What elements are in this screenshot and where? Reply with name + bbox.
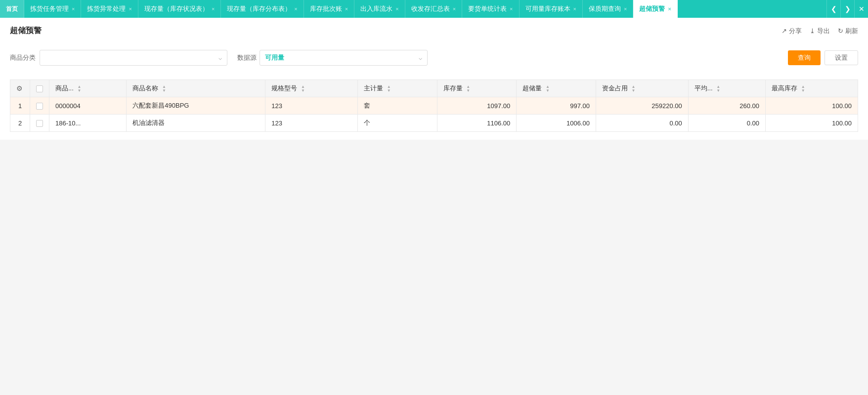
nav-tab-chaochuyujing[interactable]: 超储预警 × (633, 0, 677, 18)
row-number-2: 2 (10, 115, 30, 132)
export-icon: ⤓ (810, 27, 815, 35)
row-1-spec: 123 (265, 97, 358, 115)
close-tab-0[interactable]: × (72, 6, 75, 12)
th-gear: ⚙ (10, 80, 30, 97)
th-product-code[interactable]: 商品... ▲▼ (49, 80, 127, 97)
table-row: 2 186-10... 机油滤清器 123 个 1106.00 1006.00 … (10, 115, 858, 132)
nav-more-button[interactable]: ✕ (854, 0, 868, 18)
row-checkbox-2[interactable] (30, 115, 49, 132)
close-tab-4[interactable]: × (345, 6, 348, 12)
th-checkbox (30, 80, 49, 97)
row-2-overstock: 1006.00 (517, 115, 596, 132)
close-tab-8[interactable]: × (573, 6, 576, 12)
nav-arrows: ❮ ❯ ✕ (826, 0, 868, 18)
row-1-avg: 260.00 (688, 97, 765, 115)
row-2-checkbox[interactable] (36, 120, 43, 127)
nav-tab-jianhuoyichang[interactable]: 拣货异常处理 × (81, 0, 138, 18)
row-2-capital: 0.00 (596, 115, 688, 132)
nav-prev-button[interactable]: ❮ (826, 0, 840, 18)
datasource-select-value: 可用量 (265, 53, 284, 62)
table-header-row: ⚙ 商品... ▲▼ 商品名称 ▲▼ 规格型号 ▲▼ 主计 (10, 80, 858, 97)
th-max-stock[interactable]: 最高库存 ▲▼ (766, 80, 858, 97)
th-spec[interactable]: 规格型号 ▲▼ (265, 80, 358, 97)
category-select[interactable]: ⌵ (40, 50, 227, 66)
close-tab-10[interactable]: × (668, 6, 671, 12)
row-1-checkbox[interactable] (36, 103, 43, 110)
nav-tab-yaohuo[interactable]: 要货单统计表 × (462, 0, 519, 18)
select-all-checkbox[interactable] (36, 85, 43, 92)
sort-icon-overstock: ▲▼ (546, 85, 550, 93)
nav-tab-kucunpici[interactable]: 库存批次账 × (304, 0, 354, 18)
data-table: ⚙ 商品... ▲▼ 商品名称 ▲▼ 规格型号 ▲▼ 主计 (10, 79, 858, 132)
datasource-label: 数据源 (237, 53, 257, 62)
th-capital[interactable]: 资金占用 ▲▼ (596, 80, 688, 97)
close-tab-7[interactable]: × (510, 6, 513, 12)
export-button[interactable]: ⤓ 导出 (810, 27, 830, 36)
th-avg[interactable]: 平均... ▲▼ (688, 80, 765, 97)
row-2-max-stock: 100.00 (766, 115, 858, 132)
th-stock[interactable]: 库存量 ▲▼ (437, 80, 517, 97)
row-1-capital: 259220.00 (596, 97, 688, 115)
header-actions: ↗ 分享 ⤓ 导出 ↻ 刷新 (781, 27, 858, 36)
query-button[interactable]: 查询 (788, 50, 821, 65)
th-product-name[interactable]: 商品名称 ▲▼ (127, 80, 265, 97)
row-2-avg: 0.00 (688, 115, 765, 132)
row-2-unit: 个 (358, 115, 437, 132)
row-2-spec: 123 (265, 115, 358, 132)
close-tab-2[interactable]: × (212, 6, 215, 12)
sort-icon-capital: ▲▼ (632, 85, 636, 93)
row-1-unit: 套 (358, 97, 437, 115)
close-tab-9[interactable]: × (624, 6, 627, 12)
filter-area: 商品分类 ⌵ 数据源 可用量 ⌵ 查询 设置 (10, 44, 858, 72)
refresh-button[interactable]: ↻ 刷新 (838, 27, 858, 36)
table-row: 1 0000004 六配套新昌490BPG 123 套 1097.00 997.… (10, 97, 858, 115)
sort-icon-max-stock: ▲▼ (801, 85, 805, 93)
category-label: 商品分类 (10, 53, 36, 62)
category-filter-group: 商品分类 ⌵ (10, 50, 227, 66)
sort-icon-avg: ▲▼ (716, 85, 720, 93)
nav-tab-keyongliang[interactable]: 可用量库存账本 × (520, 0, 583, 18)
chevron-down-icon-datasource: ⌵ (419, 54, 422, 61)
row-1-overstock: 997.00 (517, 97, 596, 115)
nav-next-button[interactable]: ❯ (840, 0, 854, 18)
nav-tab-baozhi[interactable]: 保质期查询 × (583, 0, 633, 18)
close-tab-1[interactable]: × (129, 6, 131, 12)
row-checkbox-1[interactable] (30, 97, 49, 115)
close-tab-5[interactable]: × (395, 6, 398, 12)
datasource-filter-group: 数据源 可用量 ⌵ (237, 50, 428, 66)
row-1-product-code: 0000004 (49, 97, 127, 115)
page-content: 超储预警 ↗ 分享 ⤓ 导出 ↻ 刷新 商品分类 ⌵ 数据源 (0, 18, 868, 140)
share-icon: ↗ (781, 27, 787, 35)
sort-icon-spec: ▲▼ (301, 85, 305, 93)
nav-tab-churukuliushui[interactable]: 出入库流水 × (354, 0, 405, 18)
settings-icon[interactable]: ⚙ (16, 84, 23, 92)
sort-icon-product-name: ▲▼ (162, 85, 166, 93)
share-button[interactable]: ↗ 分享 (781, 27, 802, 36)
sort-icon-unit: ▲▼ (387, 85, 391, 93)
sort-icon-stock: ▲▼ (466, 85, 470, 93)
top-navigation: 首页 拣货任务管理 × 拣货异常处理 × 现存量（库存状况表） × 现存量（库存… (0, 0, 868, 18)
row-2-product-name: 机油滤清器 (127, 115, 265, 132)
nav-tab-jianhuorenwu[interactable]: 拣货任务管理 × (24, 0, 81, 18)
nav-tab-xiancunliang-dist[interactable]: 现存量（库存分布表） × (221, 0, 304, 18)
page-title: 超储预警 (10, 26, 42, 36)
th-overstock[interactable]: 超储量 ▲▼ (517, 80, 596, 97)
nav-tab-xiancunliang-status[interactable]: 现存量（库存状况表） × (138, 0, 221, 18)
row-1-max-stock: 100.00 (766, 97, 858, 115)
nav-home[interactable]: 首页 (0, 0, 24, 18)
chevron-down-icon: ⌵ (218, 54, 222, 61)
sort-icon-product-code: ▲▼ (77, 85, 81, 93)
settings-button[interactable]: 设置 (825, 50, 858, 65)
nav-tab-shoufacun[interactable]: 收发存汇总表 × (405, 0, 462, 18)
refresh-icon: ↻ (838, 27, 843, 35)
row-number-1: 1 (10, 97, 30, 115)
row-2-product-code: 186-10... (49, 115, 127, 132)
row-2-stock: 1106.00 (437, 115, 517, 132)
page-header: 超储预警 ↗ 分享 ⤓ 导出 ↻ 刷新 (10, 26, 858, 36)
close-tab-3[interactable]: × (294, 6, 297, 12)
row-1-product-name: 六配套新昌490BPG (127, 97, 265, 115)
datasource-select[interactable]: 可用量 ⌵ (260, 50, 428, 66)
close-tab-6[interactable]: × (453, 6, 456, 12)
th-unit[interactable]: 主计量 ▲▼ (358, 80, 437, 97)
row-1-stock: 1097.00 (437, 97, 517, 115)
